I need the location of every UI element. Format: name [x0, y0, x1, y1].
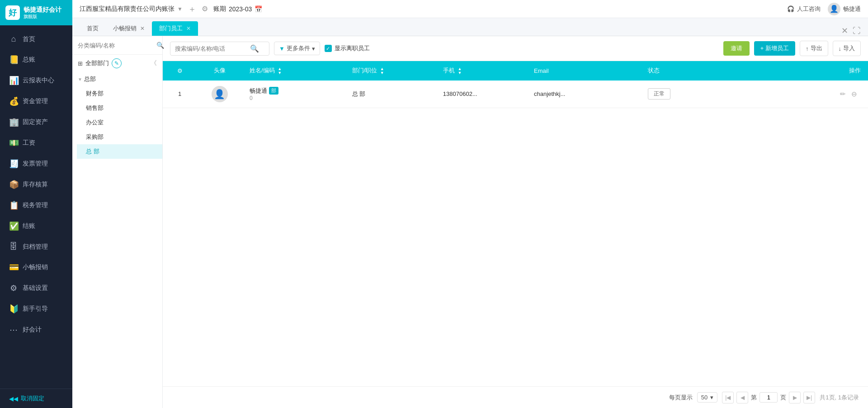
employee-search-input[interactable] — [175, 45, 247, 52]
pagination-bar: 每页显示 50 ▾ |◀ ◀ 第 页 ▶ ▶| 共1页, 1条记录 — [163, 386, 868, 408]
content-area: 🔍 ⊞ 全部部门 ✎ 《 ▼ 总部 财务部 — [72, 36, 868, 408]
sidebar-item-guide[interactable]: 🔰 新手引导 — [0, 299, 72, 319]
row-name-code: 畅捷通 部 0 — [242, 81, 344, 108]
per-page-value: 50 — [701, 394, 708, 401]
first-page-button[interactable]: |◀ — [722, 392, 734, 403]
period-selector[interactable]: 账期 2023-03 📅 — [213, 5, 262, 13]
tab-expand-icon[interactable]: ⛶ — [853, 26, 861, 36]
dept-item-sales[interactable]: 销售部 — [77, 101, 162, 115]
col-dept-pos[interactable]: 部门/职位 ▲▼ — [345, 61, 436, 81]
sidebar-item-salary[interactable]: 💵 工资 — [0, 133, 72, 153]
collapse-panel-icon[interactable]: 《 — [151, 59, 157, 67]
support-button[interactable]: 🎧 人工咨询 — [787, 5, 821, 13]
tab-close-all-icon[interactable]: ✕ — [841, 26, 848, 36]
dept-edit-button[interactable]: ✎ — [112, 58, 122, 68]
page-total: 共1页, 1条记录 — [820, 394, 859, 402]
dept-item-purchasing[interactable]: 采购部 — [77, 130, 162, 144]
ledger-icon: 📒 — [9, 55, 18, 65]
sidebar-item-funds[interactable]: 💰 资金管理 — [0, 91, 72, 112]
user-name: 畅捷通 — [843, 5, 861, 13]
filter-icon: ▼ — [279, 45, 285, 52]
logo: 好 畅捷通好会计 旗舰版 — [0, 0, 72, 25]
tab-dept-label: 部门员工 — [159, 24, 183, 33]
cancel-fixed-button[interactable]: ◀◀ 取消固定 — [0, 389, 72, 408]
archive-icon: 🗄 — [9, 242, 18, 251]
dept-search-input[interactable] — [78, 42, 154, 49]
tab-home[interactable]: 首页 — [80, 21, 106, 36]
toolbar-right: 邀请 + 新增员工 ↑ 导出 ↓ 导入 — [723, 41, 861, 56]
sidebar-item-more[interactable]: ⋯ 好会计 — [0, 319, 72, 340]
invite-label: 邀请 — [731, 45, 742, 52]
dept-finance-label: 财务部 — [86, 90, 104, 98]
invite-button[interactable]: 邀请 — [723, 41, 750, 56]
logout-employee-button[interactable]: ⊖ — [851, 90, 857, 98]
headset-icon: 🎧 — [787, 5, 794, 12]
import-button[interactable]: ↓ 导入 — [833, 41, 861, 56]
page-input[interactable] — [760, 392, 778, 403]
sort-arrows-phone: ▲▼ — [458, 67, 462, 75]
sidebar-item-tax[interactable]: 📋 税务管理 — [0, 195, 72, 216]
sidebar-item-closeaccount[interactable]: ✅ 结账 — [0, 216, 72, 237]
dept-item-general[interactable]: 总 部 — [77, 144, 162, 159]
edit-employee-button[interactable]: ✏ — [840, 90, 846, 98]
sidebar-item-home[interactable]: ⌂ 首页 — [0, 29, 72, 49]
show-resigned-checkbox[interactable]: ✓ 显示离职员工 — [325, 44, 370, 52]
company-dropdown-icon: ▼ — [177, 6, 183, 12]
left-arrows-icon: ◀◀ — [9, 395, 18, 402]
sort-arrows-dept: ▲▼ — [380, 67, 384, 75]
export-label: 导出 — [811, 44, 822, 52]
sidebar-item-assets[interactable]: 🏢 固定资产 — [0, 112, 72, 133]
filter-button[interactable]: ▼ 更多条件 ▾ — [274, 42, 320, 55]
sidebar-item-label: 固定资产 — [23, 118, 48, 126]
col-action: 操作 — [754, 61, 868, 81]
employee-search-icon[interactable]: 🔍 — [250, 44, 259, 53]
import-icon: ↓ — [839, 45, 842, 52]
prev-page-button[interactable]: ◀ — [736, 392, 748, 403]
row-index: 1 — [163, 81, 197, 108]
sidebar-item-invoice[interactable]: 🧾 发票管理 — [0, 153, 72, 174]
logo-text: 畅捷通好会计 — [24, 5, 61, 14]
sidebar-item-reports[interactable]: 📊 云报表中心 — [0, 70, 72, 91]
col-settings-icon[interactable]: ⚙ — [163, 61, 197, 81]
dept-item-finance[interactable]: 财务部 — [77, 86, 162, 101]
per-page-select[interactable]: 50 ▾ — [697, 392, 717, 403]
edition-label: 旗舰版 — [24, 14, 61, 20]
row-phone: 138070602... — [436, 81, 527, 108]
next-page-button[interactable]: ▶ — [789, 392, 801, 403]
tax-icon: 📋 — [9, 200, 18, 210]
add-employee-button[interactable]: + 新增员工 — [754, 41, 795, 56]
sidebar-item-label: 小畅报销 — [23, 263, 48, 271]
sidebar: 好 畅捷通好会计 旗舰版 ⌂ 首页 📒 总账 📊 云报表中心 💰 资金管理 🏢 … — [0, 0, 72, 408]
col-phone[interactable]: 手机 ▲▼ — [436, 61, 527, 81]
employee-dept-tag: 部 — [269, 87, 278, 95]
tab-dept-employee[interactable]: 部门员工 ✕ — [152, 21, 198, 36]
export-icon: ↑ — [806, 45, 809, 52]
sidebar-item-archive[interactable]: 🗄 归档管理 — [0, 237, 72, 257]
status-badge: 正常 — [648, 88, 670, 100]
dept-header: ⊞ 全部部门 ✎ 《 — [72, 55, 162, 72]
employee-search-box: 🔍 — [170, 42, 269, 56]
last-page-button[interactable]: ▶| — [803, 392, 815, 403]
export-button[interactable]: ↑ 导出 — [800, 41, 828, 56]
calendar-icon: 📅 — [255, 5, 262, 13]
sidebar-item-inventory[interactable]: 📦 库存核算 — [0, 174, 72, 195]
col-name-code[interactable]: 姓名/编码 ▲▼ — [242, 61, 344, 81]
user-menu[interactable]: 👤 畅捷通 — [828, 3, 861, 15]
sidebar-item-basic[interactable]: ⚙ 基础设置 — [0, 278, 72, 299]
row-email: chanjethkj... — [527, 81, 641, 108]
add-company-button[interactable]: ＋ — [188, 4, 196, 14]
guide-icon: 🔰 — [9, 304, 18, 314]
funds-icon: 💰 — [9, 96, 18, 106]
tab-xiaochang-close-icon[interactable]: ✕ — [140, 25, 145, 32]
settings-button[interactable]: ⚙ — [202, 5, 208, 13]
sidebar-item-xiaochang[interactable]: 💳 小畅报销 — [0, 257, 72, 278]
sidebar-item-ledger[interactable]: 📒 总账 — [0, 49, 72, 70]
dept-item-office[interactable]: 办公室 — [77, 115, 162, 130]
filter-label: 更多条件 — [287, 44, 310, 52]
dept-parent-general[interactable]: ▼ 总部 — [72, 72, 162, 86]
tab-home-label: 首页 — [87, 24, 99, 33]
tab-dept-close-icon[interactable]: ✕ — [186, 25, 191, 32]
tab-xiaochang-expense[interactable]: 小畅报销 ✕ — [106, 21, 152, 36]
inventory-icon: 📦 — [9, 180, 18, 190]
company-selector[interactable]: 江西服宝精品有限责任公司内账张 ▼ — [80, 5, 183, 13]
